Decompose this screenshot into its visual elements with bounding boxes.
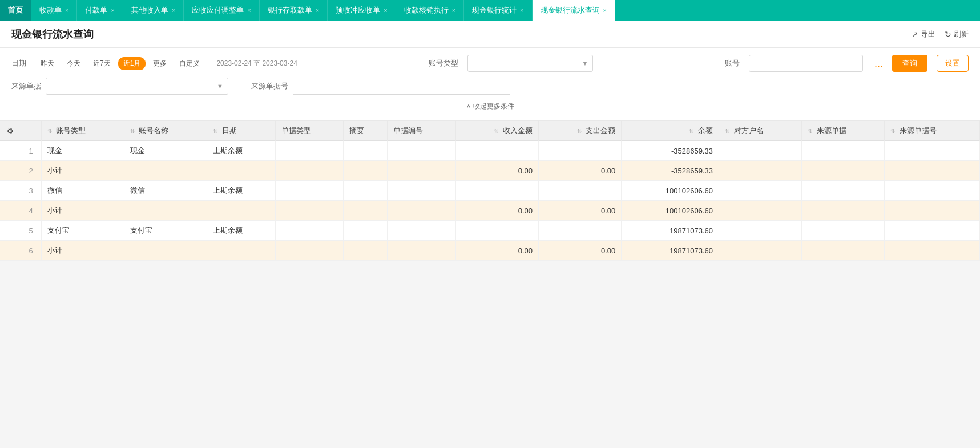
sort-icon: ⇅	[890, 128, 895, 134]
col-header-income[interactable]: ⇅ 收入金额	[455, 121, 538, 141]
query-button[interactable]: 查询	[892, 55, 927, 72]
nav-label-home: 首页	[8, 5, 23, 15]
row-summary	[344, 141, 388, 161]
nav-item-advance-offset[interactable]: 预收冲应收单 ×	[328, 0, 396, 21]
row-account-type: 小计	[41, 241, 124, 261]
row-account-type: 小计	[41, 161, 124, 181]
account-type-label: 账号类型	[429, 58, 458, 68]
row-account-name: 支付宝	[124, 221, 207, 241]
close-icon[interactable]: ×	[603, 7, 607, 14]
nav-item-receipt[interactable]: 收款单 ×	[31, 0, 77, 21]
source-doc-label: 来源单据	[11, 81, 41, 91]
collapse-conditions-button[interactable]: ∧ 收起更多条件	[11, 99, 969, 116]
nav-item-home[interactable]: 首页	[0, 0, 31, 21]
gear-column-header[interactable]: ⚙	[0, 121, 21, 141]
nav-item-cash-bank-stat[interactable]: 现金银行统计 ×	[464, 0, 532, 21]
sort-icon: ⇅	[130, 128, 135, 134]
row-account-name	[124, 201, 207, 221]
table-row[interactable]: 5支付宝支付宝上期余额19871073.60	[0, 221, 980, 241]
nav-label-advance-offset: 预收冲应收单	[336, 5, 380, 15]
row-income: 0.00	[455, 161, 538, 181]
row-counterpart	[719, 201, 801, 221]
col-header-source-doc-no[interactable]: ⇅ 来源单据号	[885, 121, 980, 141]
source-doc-no-field: 来源单据号	[251, 78, 510, 95]
row-source-doc	[802, 221, 885, 241]
source-doc-field: 来源单据 ▼	[11, 78, 228, 95]
refresh-button[interactable]: ↻ 刷新	[945, 29, 969, 39]
account-type-select[interactable]: ▼	[467, 55, 593, 72]
close-icon[interactable]: ×	[247, 7, 251, 14]
source-doc-select[interactable]: ▼	[46, 78, 228, 95]
source-row: 来源单据 ▼ 来源单据号	[11, 78, 969, 95]
row-source-doc-no	[885, 181, 980, 201]
col-header-balance[interactable]: ⇅ 余额	[622, 121, 719, 141]
row-income	[455, 181, 538, 201]
chevron-up-icon: ∧	[466, 102, 473, 110]
row-summary	[344, 161, 388, 181]
col-header-date[interactable]: ⇅ 日期	[207, 121, 275, 141]
table-row[interactable]: 1现金现金上期余额-3528659.33	[0, 141, 980, 161]
close-icon[interactable]: ×	[111, 7, 114, 14]
sort-icon: ⇅	[47, 128, 52, 134]
col-header-doc-no: 单据编号	[388, 121, 456, 141]
date-7days-btn[interactable]: 近7天	[88, 57, 116, 70]
settings-button[interactable]: 设置	[937, 55, 969, 72]
row-number: 5	[21, 221, 41, 241]
row-account-type: 支付宝	[41, 221, 124, 241]
date-more-btn[interactable]: 更多	[148, 57, 172, 70]
nav-label-cash-bank-stat: 现金银行统计	[472, 5, 517, 15]
account-input[interactable]	[749, 55, 863, 72]
table-row[interactable]: 4小计0.000.00100102606.60	[0, 201, 980, 221]
row-date: 上期余额	[207, 181, 275, 201]
date-yesterday-btn[interactable]: 昨天	[35, 57, 59, 70]
filter-row-date: 日期 昨天 今天 近7天 近1月 更多 自定义 2023-02-24 至 202…	[11, 55, 969, 72]
table-row[interactable]: 2小计0.000.00-3528659.33	[0, 161, 980, 181]
sort-icon: ⇅	[494, 128, 498, 134]
nav-label-other-income: 其他收入单	[131, 5, 168, 15]
date-today-btn[interactable]: 今天	[62, 57, 86, 70]
date-custom-btn[interactable]: 自定义	[174, 57, 205, 70]
row-date: 上期余额	[207, 141, 275, 161]
date-1month-btn[interactable]: 近1月	[118, 57, 146, 70]
chevron-down-icon: ▼	[582, 60, 588, 67]
header-bar: 现金银行流水查询 ↗ 导出 ↻ 刷新	[0, 21, 980, 48]
close-icon[interactable]: ×	[520, 7, 523, 14]
close-icon[interactable]: ×	[316, 7, 319, 14]
row-gear-cell	[0, 161, 21, 181]
header-actions: ↗ 导出 ↻ 刷新	[912, 29, 969, 39]
row-summary	[344, 241, 388, 261]
close-icon[interactable]: ×	[172, 7, 175, 14]
table-row[interactable]: 3微信微信上期余额100102606.60	[0, 181, 980, 201]
date-range-text: 2023-02-24 至 2023-03-24	[216, 59, 297, 68]
close-icon[interactable]: ×	[65, 7, 68, 14]
nav-item-bank-deposit[interactable]: 银行存取款单 ×	[260, 0, 328, 21]
col-header-source-doc[interactable]: ⇅ 来源单据	[802, 121, 885, 141]
row-date: 上期余额	[207, 221, 275, 241]
more-options-button[interactable]: ...	[874, 58, 883, 70]
col-header-account-type[interactable]: ⇅ 账号类型	[41, 121, 124, 141]
row-gear-cell	[0, 221, 21, 241]
col-header-account-name[interactable]: ⇅ 账号名称	[124, 121, 207, 141]
account-label: 账号	[725, 58, 740, 68]
col-header-expense[interactable]: ⇅ 支出金额	[539, 121, 622, 141]
row-number: 6	[21, 241, 41, 261]
row-gear-cell	[0, 181, 21, 201]
top-navigation: 首页 收款单 × 付款单 × 其他收入单 × 应收应付调整单 × 银行存取款单 …	[0, 0, 980, 21]
nav-item-receipt-verify[interactable]: 收款核销执行 ×	[396, 0, 464, 21]
nav-item-other-income[interactable]: 其他收入单 ×	[123, 0, 184, 21]
row-doc-no	[388, 141, 456, 161]
export-button[interactable]: ↗ 导出	[912, 29, 935, 39]
row-doc-no	[388, 241, 456, 261]
row-balance: -3528659.33	[622, 141, 719, 161]
nav-item-payment[interactable]: 付款单 ×	[77, 0, 123, 21]
source-doc-no-input[interactable]	[293, 78, 510, 95]
row-doc-type	[275, 241, 344, 261]
close-icon[interactable]: ×	[452, 7, 455, 14]
table-row[interactable]: 6小计0.000.0019871073.60	[0, 241, 980, 261]
col-header-counterpart[interactable]: ⇅ 对方户名	[719, 121, 801, 141]
nav-item-ap-adjust[interactable]: 应收应付调整单 ×	[184, 0, 259, 21]
sort-icon: ⇅	[808, 128, 812, 134]
nav-item-cash-bank-flow[interactable]: 现金银行流水查询 ×	[533, 0, 615, 21]
row-account-type: 现金	[41, 141, 124, 161]
close-icon[interactable]: ×	[384, 7, 387, 14]
